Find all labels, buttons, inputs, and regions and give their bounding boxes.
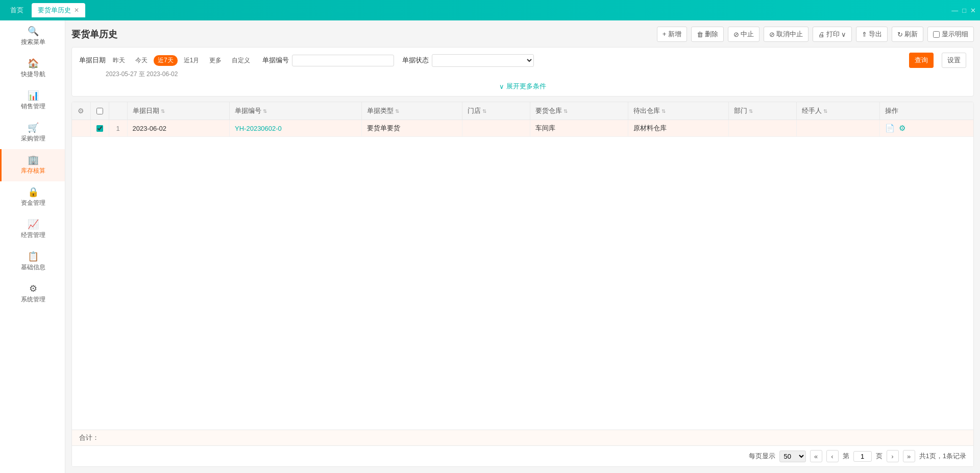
row-checkbox[interactable]: [96, 125, 103, 132]
export-button[interactable]: ⇑ 导出: [856, 27, 888, 42]
total-info: 共1页，1条记录: [919, 452, 966, 461]
th-req-warehouse-sort-icon: ⇅: [564, 108, 568, 114]
date-pill-custom[interactable]: 自定义: [228, 55, 254, 66]
sidebar-item-basic-info[interactable]: 📋 基础信息: [0, 246, 65, 278]
th-department-sort-icon: ⇅: [749, 108, 753, 114]
th-pending-warehouse-label: 待出仓库: [633, 106, 660, 115]
print-label: 打印: [826, 30, 840, 39]
last-page-button[interactable]: »: [903, 450, 915, 462]
new-button[interactable]: + 新增: [657, 27, 687, 42]
date-pill-last7[interactable]: 近7天: [154, 55, 178, 66]
table-header-row: ⚙ 单据日期 ⇅: [72, 102, 973, 120]
close-icon[interactable]: ✕: [970, 7, 976, 14]
cancel-stop-label: 取消中止: [776, 30, 803, 39]
status-select[interactable]: [432, 54, 534, 67]
tab-close-icon[interactable]: ✕: [74, 7, 79, 14]
window-controls: — □ ✕: [951, 7, 976, 14]
system-icon: ⚙: [29, 284, 37, 293]
delete-icon: 🗑: [697, 31, 703, 38]
first-page-button[interactable]: «: [810, 450, 822, 462]
display-detail-toggle[interactable]: 显示明细: [927, 27, 974, 42]
content-area: 要货单历史 + 新增 🗑 删除 ⊘ 中止 ⊘ 取消中止 🖨: [65, 20, 980, 473]
sidebar-item-purchase[interactable]: 🛒 采购管理: [0, 117, 65, 149]
tab-history[interactable]: 要货单历史 ✕: [32, 3, 85, 17]
delete-label: 删除: [705, 30, 718, 39]
action-edit-icon[interactable]: ⚙: [899, 124, 905, 133]
doc-number-input[interactable]: [292, 55, 394, 66]
operations-icon: 📈: [28, 220, 39, 229]
inventory-icon: 🏢: [28, 155, 39, 164]
tab-home-label: 首页: [10, 6, 23, 15]
table-body: 1 2023-06-02 YH-20230602-0 要货单要货 车间库 原材料…: [72, 120, 973, 137]
td-doc-date: 2023-06-02: [127, 120, 230, 137]
sidebar-label-quick-nav: 快捷导航: [21, 70, 45, 79]
query-button[interactable]: 查询: [909, 53, 934, 68]
sidebar: 🔍 搜索菜单 🏠 快捷导航 📊 销售管理 🛒 采购管理 🏢 库存核算 🔒 资金管…: [0, 20, 65, 473]
sidebar-item-operations[interactable]: 📈 经营管理: [0, 214, 65, 246]
th-store[interactable]: 门店 ⇅: [462, 102, 530, 120]
print-button[interactable]: 🖨 打印 ∨: [813, 27, 852, 42]
sidebar-item-system[interactable]: ⚙ 系统管理: [0, 278, 65, 310]
settings-button[interactable]: 设置: [942, 53, 966, 68]
th-handler-sort-icon: ⇅: [823, 108, 827, 114]
stop-icon: ⊘: [733, 31, 739, 38]
date-pill-today[interactable]: 今天: [131, 55, 152, 66]
date-pill-more[interactable]: 更多: [205, 55, 226, 66]
th-doc-type[interactable]: 单据类型 ⇅: [361, 102, 462, 120]
page-size-select[interactable]: 20 50 100 200: [779, 451, 806, 462]
stop-button[interactable]: ⊘ 中止: [728, 27, 760, 42]
expand-more-btn[interactable]: ∨ 展开更多条件: [79, 82, 966, 91]
sidebar-label-system: 系统管理: [21, 295, 45, 304]
sidebar-label-operations: 经营管理: [21, 231, 45, 240]
doc-number-link[interactable]: YH-20230602-0: [235, 125, 282, 132]
expand-more-icon: ∨: [499, 83, 504, 90]
action-view-icon[interactable]: 📄: [885, 124, 895, 133]
print-icon: 🖨: [818, 31, 825, 38]
tab-history-label: 要货单历史: [38, 6, 71, 15]
th-doc-number[interactable]: 单据编号 ⇅: [230, 102, 362, 120]
tab-home[interactable]: 首页: [4, 3, 30, 17]
date-pill-last1month[interactable]: 近1月: [180, 55, 204, 66]
sidebar-item-finance[interactable]: 🔒 资金管理: [0, 181, 65, 214]
th-doc-date[interactable]: 单据日期 ⇅: [127, 102, 230, 120]
td-req-warehouse: 车间库: [530, 120, 628, 137]
th-action-label: 操作: [885, 107, 898, 114]
sidebar-item-sales[interactable]: 📊 销售管理: [0, 85, 65, 117]
th-checkbox: [90, 102, 109, 120]
prev-page-button[interactable]: ‹: [826, 450, 839, 462]
sidebar-item-inventory[interactable]: 🏢 库存核算: [0, 149, 65, 181]
doc-number-filter: 单据编号: [262, 55, 394, 66]
minimize-icon[interactable]: —: [951, 7, 958, 14]
summary-label: 合计：: [79, 433, 99, 442]
first-page-icon: «: [814, 453, 818, 460]
column-settings-icon[interactable]: ⚙: [77, 107, 85, 115]
sidebar-item-search-menu[interactable]: 🔍 搜索菜单: [0, 20, 65, 53]
export-icon: ⇑: [862, 31, 867, 38]
new-button-label: + 新增: [663, 30, 681, 39]
table-wrap[interactable]: ⚙ 单据日期 ⇅: [72, 102, 973, 430]
refresh-button[interactable]: ↻ 刷新: [892, 27, 923, 42]
delete-button[interactable]: 🗑 删除: [691, 27, 724, 42]
maximize-icon[interactable]: □: [962, 7, 966, 14]
sidebar-item-quick-nav[interactable]: 🏠 快捷导航: [0, 53, 65, 85]
th-pending-warehouse[interactable]: 待出仓库 ⇅: [628, 102, 729, 120]
finance-icon: 🔒: [28, 187, 39, 197]
page-number-input[interactable]: [853, 451, 872, 462]
display-detail-label: 显示明细: [942, 30, 968, 39]
status-label: 单据状态: [402, 56, 429, 65]
table-container: ⚙ 单据日期 ⇅: [71, 102, 974, 467]
select-all-checkbox[interactable]: [96, 108, 103, 114]
next-page-button[interactable]: ›: [887, 450, 899, 462]
td-doc-number: YH-20230602-0: [230, 120, 362, 137]
date-pill-yesterday[interactable]: 昨天: [109, 55, 129, 66]
date-range-text: 2023-05-27 至 2023-06-02: [106, 70, 178, 78]
th-handler[interactable]: 经手人 ⇅: [797, 102, 880, 120]
th-department[interactable]: 部门 ⇅: [729, 102, 797, 120]
cancel-stop-button[interactable]: ⊘ 取消中止: [764, 27, 808, 42]
display-detail-checkbox[interactable]: [933, 31, 940, 38]
th-pending-warehouse-sort-icon: ⇅: [662, 108, 666, 114]
th-req-warehouse[interactable]: 要货仓库 ⇅: [530, 102, 628, 120]
filter-row: 单据日期 昨天 今天 近7天 近1月 更多 自定义 单据编号: [79, 53, 966, 68]
th-req-warehouse-label: 要货仓库: [535, 106, 562, 115]
next-page-icon: ›: [891, 453, 893, 460]
